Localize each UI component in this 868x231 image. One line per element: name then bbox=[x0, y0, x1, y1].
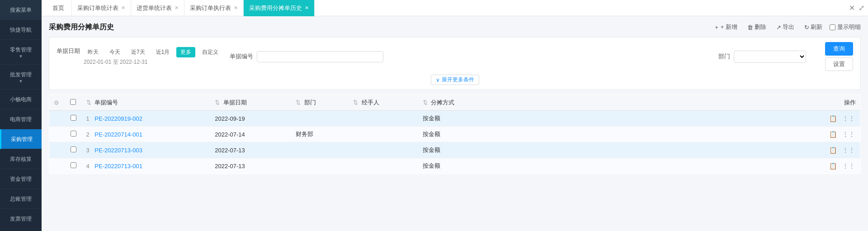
tab-close-goods-in-stats[interactable]: ✕ bbox=[175, 5, 179, 11]
tab-purchase-order-exec[interactable]: 采购订单执行表 ✕ bbox=[184, 0, 244, 16]
expand-down-icon: ∨ bbox=[436, 77, 440, 83]
table-row: 4 PE-20220713-001 2022-07-13 按金额 📋 ⋮⋮ bbox=[49, 158, 861, 174]
export-button[interactable]: ↗ 导出 bbox=[774, 22, 797, 33]
sidebar-item-ecommerce-small[interactable]: 小畅电商 bbox=[0, 90, 42, 109]
toolbar: + + 新增 🗑 删除 ↗ 导出 ↻ 刷新 显示明细 bbox=[712, 22, 861, 33]
row-edit-icon-0[interactable]: 📋 bbox=[828, 114, 838, 123]
date-pill-today[interactable]: 今天 bbox=[105, 47, 124, 57]
tab-close-purchase-fee-history[interactable]: ✕ bbox=[305, 5, 309, 11]
sort-icon-dept: ⇅ bbox=[296, 99, 301, 106]
row-split-method-1: 按金额 bbox=[418, 127, 824, 142]
row-more-icon-0[interactable]: ⋮⋮ bbox=[841, 114, 856, 123]
table-body: 1 PE-20220919-002 2022-09-19 按金额 📋 ⋮⋮ 2 … bbox=[49, 111, 861, 174]
row-dept-2 bbox=[291, 142, 349, 158]
tab-home[interactable]: 首页 bbox=[45, 0, 72, 16]
row-checkbox-1 bbox=[66, 127, 82, 142]
row-gear-1 bbox=[49, 127, 66, 142]
sort-icon-bill-date: ⇅ bbox=[215, 99, 220, 106]
export-icon: ↗ bbox=[776, 24, 781, 31]
delete-icon: 🗑 bbox=[747, 24, 753, 31]
row-ops-3: 📋 ⋮⋮ bbox=[824, 158, 861, 174]
display-detail-checkbox[interactable] bbox=[830, 24, 835, 30]
row-select-1[interactable] bbox=[71, 131, 76, 137]
expand-window-icon[interactable]: ⤢ bbox=[859, 4, 864, 12]
filter-row: 单据日期 昨天 今天 近7天 近1月 更多 自定义 2022-01-01 至 2… bbox=[57, 42, 853, 71]
close-window-icon[interactable]: ✕ bbox=[849, 4, 855, 12]
tab-close-purchase-order-exec[interactable]: ✕ bbox=[234, 5, 238, 11]
sidebar-item-finance[interactable]: 资金管理 bbox=[0, 169, 42, 189]
sort-icon-handler: ⇅ bbox=[353, 99, 358, 106]
sidebar-item-purchase[interactable]: 采购管理 bbox=[0, 129, 42, 149]
date-pill-1month[interactable]: 近1月 bbox=[152, 47, 174, 57]
tab-purchase-fee-history[interactable]: 采购费用分摊单历史 ✕ bbox=[244, 0, 315, 16]
expand-row: ∨ 展开更多条件 bbox=[57, 75, 853, 85]
display-detail-checkbox-label[interactable]: 显示明细 bbox=[830, 23, 861, 31]
row-dept-0 bbox=[291, 111, 349, 127]
th-bill-no: ⇅ 单据编号 bbox=[82, 95, 211, 111]
row-more-icon-3[interactable]: ⋮⋮ bbox=[841, 161, 856, 170]
th-handler: ⇅ 经手人 bbox=[349, 95, 418, 111]
main-area: 首页 采购订单统计表 ✕ 进货单统计表 ✕ 采购订单执行表 ✕ 采购费用分摊单历… bbox=[42, 0, 868, 231]
row-gear-3 bbox=[49, 158, 66, 174]
select-all-checkbox[interactable] bbox=[70, 99, 76, 105]
tab-goods-in-stats[interactable]: 进货单统计表 ✕ bbox=[131, 0, 184, 16]
sidebar-item-inventory[interactable]: 库存核算 bbox=[0, 149, 42, 169]
row-edit-icon-2[interactable]: 📋 bbox=[828, 146, 838, 155]
th-operations: 操作 bbox=[824, 95, 861, 111]
bill-no-input[interactable] bbox=[257, 51, 383, 62]
row-num-1: 2 PE-20220714-001 bbox=[82, 127, 211, 142]
row-bill-no-link-0[interactable]: PE-20220919-002 bbox=[94, 115, 142, 122]
sidebar-item-ecommerce[interactable]: 电商管理 bbox=[0, 109, 42, 129]
sidebar: 搜索菜单 快捷导航 零售管理 ▼ 批发管理 ▼ 小畅电商 电商管理 采购管理 库… bbox=[0, 0, 42, 231]
row-select-0[interactable] bbox=[71, 115, 76, 121]
table-row: 3 PE-20220713-003 2022-07-13 按金额 📋 ⋮⋮ bbox=[49, 142, 861, 158]
row-edit-icon-3[interactable]: 📋 bbox=[828, 161, 838, 170]
date-filter-pills: 昨天 今天 近7天 近1月 更多 自定义 2022-01-01 至 2022-1… bbox=[84, 47, 222, 66]
row-bill-date-2: 2022-07-13 bbox=[210, 142, 291, 158]
row-edit-icon-1[interactable]: 📋 bbox=[828, 130, 838, 139]
sidebar-item-search[interactable]: 搜索菜单 bbox=[0, 0, 42, 20]
row-ops-2: 📋 ⋮⋮ bbox=[824, 142, 861, 158]
date-pill-more[interactable]: 更多 bbox=[176, 47, 195, 57]
date-pill-7days[interactable]: 近7天 bbox=[127, 47, 149, 57]
dept-select[interactable] bbox=[734, 51, 806, 63]
row-bill-no-link-2[interactable]: PE-20220713-003 bbox=[94, 147, 142, 154]
sidebar-item-quick-nav[interactable]: 快捷导航 bbox=[0, 20, 42, 40]
th-bill-date: ⇅ 单据日期 bbox=[210, 95, 291, 111]
row-select-2[interactable] bbox=[71, 146, 76, 152]
sidebar-item-wholesale[interactable]: 批发管理 ▼ bbox=[0, 65, 42, 90]
row-bill-date-3: 2022-07-13 bbox=[210, 158, 291, 174]
table-row: 1 PE-20220919-002 2022-09-19 按金额 📋 ⋮⋮ bbox=[49, 111, 861, 127]
tab-close-purchase-order-stats[interactable]: ✕ bbox=[121, 5, 125, 11]
th-checkbox bbox=[66, 95, 82, 111]
gear-icon[interactable]: ⚙ bbox=[54, 99, 59, 106]
date-pill-custom[interactable]: 自定义 bbox=[198, 47, 222, 57]
expand-conditions-button[interactable]: ∨ 展开更多条件 bbox=[431, 75, 479, 85]
tab-purchase-order-stats[interactable]: 采购订单统计表 ✕ bbox=[72, 0, 131, 16]
row-select-3[interactable] bbox=[71, 162, 76, 168]
row-split-method-2: 按金额 bbox=[418, 142, 824, 158]
row-ops-1: 📋 ⋮⋮ bbox=[824, 127, 861, 142]
th-gear: ⚙ bbox=[49, 95, 66, 111]
date-pill-yesterday[interactable]: 昨天 bbox=[84, 47, 103, 57]
row-handler-3 bbox=[349, 158, 418, 174]
sidebar-item-ledger[interactable]: 总账管理 bbox=[0, 189, 42, 209]
refresh-button[interactable]: ↻ 刷新 bbox=[802, 22, 825, 33]
delete-button[interactable]: 🗑 删除 bbox=[745, 22, 769, 33]
row-more-icon-1[interactable]: ⋮⋮ bbox=[841, 130, 856, 139]
sidebar-item-invoice[interactable]: 发票管理 bbox=[0, 209, 42, 229]
add-button[interactable]: + + 新增 bbox=[712, 22, 740, 33]
set-button[interactable]: 设置 bbox=[825, 57, 853, 71]
query-button[interactable]: 查询 bbox=[825, 42, 853, 56]
refresh-icon: ↻ bbox=[804, 24, 809, 31]
page-title: 采购费用分摊单历史 bbox=[49, 23, 114, 32]
th-dept: ⇅ 部门 bbox=[291, 95, 349, 111]
row-bill-no-link-1[interactable]: PE-20220714-001 bbox=[94, 131, 142, 138]
bill-no-filter-group: 单据编号 bbox=[230, 51, 711, 62]
row-more-icon-2[interactable]: ⋮⋮ bbox=[841, 146, 856, 155]
row-ops-0: 📋 ⋮⋮ bbox=[824, 111, 861, 127]
row-bill-date-0: 2022-09-19 bbox=[210, 111, 291, 127]
sidebar-item-retail[interactable]: 零售管理 ▼ bbox=[0, 40, 42, 65]
row-checkbox-3 bbox=[66, 158, 82, 174]
row-bill-no-link-3[interactable]: PE-20220713-001 bbox=[94, 163, 142, 170]
